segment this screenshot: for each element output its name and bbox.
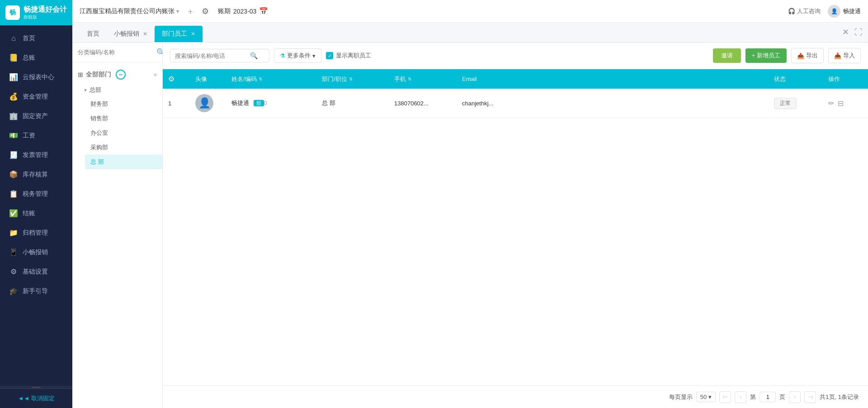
dept-search-icon[interactable]: 🔍	[156, 48, 163, 57]
export-button[interactable]: 📤 导出	[791, 48, 824, 63]
expand-tab-btn[interactable]: ⛶	[853, 26, 864, 39]
tab-home[interactable]: 首页	[80, 26, 107, 42]
guide-icon: 🎓	[9, 287, 18, 295]
filter-button[interactable]: ⚗ 更多条件 ▾	[274, 48, 321, 63]
per-page-selector[interactable]: 50 ▾	[696, 392, 716, 402]
employee-dept: 总 部	[322, 99, 335, 107]
add-company-button[interactable]: ＋	[184, 6, 196, 17]
col-name[interactable]: 姓名/编码 ⇅	[226, 69, 316, 89]
tab-employees-close-icon[interactable]: ✕	[191, 31, 195, 37]
settings-icon: ⚙	[9, 267, 18, 276]
scroll-indicator	[32, 387, 41, 388]
user-name: 畅捷通	[843, 7, 861, 15]
dept-group-header[interactable]: ▼ 总部	[78, 83, 162, 97]
last-page-button[interactable]: ⊣	[804, 391, 816, 403]
user-menu[interactable]: 👤 畅捷通	[828, 5, 861, 18]
period-value: 2023-03	[233, 8, 256, 15]
company-settings-icon[interactable]: ⚙	[202, 6, 209, 16]
sidebar-nav: ⌂ 首页 📒 总账 📊 云报表中心 💰 资金管理 🏢 固定资产 💵 工资 🧾 发…	[0, 25, 72, 386]
dept-item-general[interactable]: 总 部	[85, 155, 162, 169]
dept-all-button[interactable]: ⊞ 全部部门 ✏ «	[72, 66, 162, 83]
import-icon: 📥	[834, 52, 841, 59]
headset-icon: 🎧	[788, 8, 795, 14]
employee-search-icon[interactable]: 🔍	[250, 52, 258, 59]
dept-item-purchase[interactable]: 采购部	[85, 140, 162, 155]
employee-panel: 🔍 ⚗ 更多条件 ▾ ✓ 显示离职员工 邀请 + 新增员工 📤 导出	[163, 43, 868, 408]
avatar: 👤	[828, 5, 840, 18]
dept-all-label: 全部部门	[86, 71, 111, 79]
sidebar-item-guide[interactable]: 🎓 新手引导	[0, 281, 72, 301]
import-button[interactable]: 📥 导入	[828, 48, 861, 63]
invite-button[interactable]: 邀请	[713, 48, 741, 63]
dept-sales-label: 销售部	[90, 115, 108, 122]
sidebar-label-assets: 固定资产	[23, 112, 48, 120]
per-page-value: 50	[700, 394, 707, 400]
topbar: 江西服宝精品有限责任公司内账张 ▾ ＋ ⚙ 账期 2023-03 📅 🎧 人工咨…	[72, 0, 868, 23]
tab-bar: 首页 小畅报销 ✕ 部门员工 ✕ ✕ ⛶	[72, 23, 868, 43]
payroll-icon: 💵	[9, 131, 18, 140]
sidebar-item-inventory[interactable]: 📦 库存核算	[0, 165, 72, 184]
col-settings[interactable]: ⚙	[163, 69, 190, 89]
sidebar-item-invoice[interactable]: 🧾 发票管理	[0, 145, 72, 165]
close-tab-btn[interactable]: ✕	[840, 25, 851, 39]
tab-employees[interactable]: 部门员工 ✕	[155, 26, 203, 42]
show-resigned-checkbox[interactable]: ✓	[326, 52, 333, 59]
support-button[interactable]: 🎧 人工咨询	[788, 7, 821, 15]
sidebar-item-expense[interactable]: 📱 小畅报销	[0, 242, 72, 262]
tab-expense[interactable]: 小畅报销 ✕	[107, 26, 155, 42]
sidebar-item-archive[interactable]: 📁 归档管理	[0, 223, 72, 242]
toolbar-right: 邀请 + 新增员工 📤 导出 📥 导入	[713, 48, 861, 63]
show-resigned-toggle[interactable]: ✓ 显示离职员工	[326, 52, 371, 60]
dept-search-input[interactable]	[78, 49, 154, 56]
sidebar-item-tax[interactable]: 📋 税务管理	[0, 184, 72, 204]
employee-table: ⚙ 头像 姓名/编码 ⇅ 部门/职位 ⇅ 手机 ⇅	[163, 69, 868, 385]
finance-icon: 💰	[9, 92, 18, 101]
inventory-icon: 📦	[9, 170, 18, 179]
table-row: 1 👤 畅捷通 部 0 总 部	[163, 89, 868, 118]
page-number-input[interactable]	[760, 392, 776, 402]
add-employee-button[interactable]: + 新增员工	[745, 48, 787, 63]
row-actions: ✏ ⊟	[823, 89, 868, 118]
sidebar: 畅 畅捷通好会计 旗舰版 ⌂ 首页 📒 总账 📊 云报表中心 💰 资金管理 🏢 …	[0, 0, 72, 408]
employee-phone: 138070602...	[394, 100, 429, 107]
row-email: chanjethkj...	[457, 89, 769, 118]
unpin-sidebar-button[interactable]: ◄◄ 取消固定	[0, 389, 72, 408]
prev-page-button[interactable]: ‹	[735, 391, 746, 403]
company-dropdown-icon: ▾	[176, 8, 179, 14]
dept-office-label: 办公室	[90, 129, 108, 136]
company-name: 江西服宝精品有限责任公司内账张	[80, 7, 175, 15]
status-badge: 正常	[774, 98, 797, 109]
sidebar-label-payroll: 工资	[23, 132, 35, 140]
sidebar-label-reports: 云报表中心	[23, 73, 54, 81]
tab-expense-close-icon[interactable]: ✕	[143, 31, 147, 37]
next-page-button[interactable]: ›	[789, 391, 801, 403]
sidebar-item-ledger[interactable]: 📒 总账	[0, 48, 72, 67]
sidebar-item-close[interactable]: ✅ 结账	[0, 204, 72, 223]
edit-button[interactable]: ✏	[828, 99, 834, 108]
dept-item-finance[interactable]: 财务部	[85, 97, 162, 111]
sidebar-item-payroll[interactable]: 💵 工资	[0, 126, 72, 145]
sidebar-item-home[interactable]: ⌂ 首页	[0, 29, 72, 48]
calendar-icon: 📅	[259, 7, 268, 15]
col-dept[interactable]: 部门/职位 ⇅	[316, 69, 389, 89]
row-index: 1	[163, 89, 190, 118]
dept-edit-badge[interactable]: ✏	[116, 70, 126, 80]
logout-button[interactable]: ⊟	[838, 99, 844, 108]
dept-item-office[interactable]: 办公室	[85, 126, 162, 140]
sidebar-item-finance[interactable]: 💰 资金管理	[0, 87, 72, 106]
sidebar-item-reports[interactable]: 📊 云报表中心	[0, 67, 72, 87]
first-page-button[interactable]: ⊢	[719, 391, 731, 403]
row-status: 正常	[769, 89, 823, 118]
sidebar-item-settings[interactable]: ⚙ 基础设置	[0, 262, 72, 281]
person-icon: 👤	[198, 97, 211, 109]
period-selector[interactable]: 账期 2023-03 📅	[218, 7, 268, 15]
dept-item-sales[interactable]: 销售部	[85, 111, 162, 126]
col-settings-icon[interactable]: ⚙	[168, 75, 175, 83]
main-area: 江西服宝精品有限责任公司内账张 ▾ ＋ ⚙ 账期 2023-03 📅 🎧 人工咨…	[72, 0, 868, 408]
employee-toolbar: 🔍 ⚗ 更多条件 ▾ ✓ 显示离职员工 邀请 + 新增员工 📤 导出	[163, 43, 868, 69]
sidebar-item-assets[interactable]: 🏢 固定资产	[0, 106, 72, 126]
collapse-icon[interactable]: «	[154, 71, 157, 78]
company-selector[interactable]: 江西服宝精品有限责任公司内账张 ▾	[80, 7, 179, 15]
col-phone[interactable]: 手机 ⇅	[389, 69, 457, 89]
employee-search-input[interactable]	[175, 52, 247, 59]
